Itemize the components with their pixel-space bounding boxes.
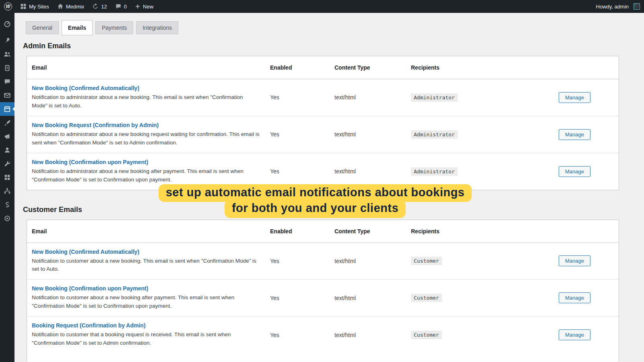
new-content-menu[interactable]: New (131, 0, 157, 13)
enabled-value: Yes (265, 88, 330, 106)
envelope-icon (4, 92, 11, 99)
table-row: New Booking (Confirmation upon Payment) … (27, 280, 619, 317)
col-enabled: Enabled (265, 220, 330, 243)
comments-bubble-icon (115, 3, 122, 10)
avatar (634, 3, 640, 10)
tab-general[interactable]: General (26, 21, 59, 34)
pin-icon (4, 37, 11, 44)
enabled-value: Yes (265, 326, 330, 344)
recipients-badge: Customer (411, 294, 442, 302)
sidebar-item-users-group[interactable] (0, 47, 14, 61)
calendar-icon (4, 105, 11, 113)
sidebar-item-marketing[interactable] (0, 130, 14, 143)
admin-emails-table: Email Enabled Content Type Recipients Ne… (27, 56, 619, 190)
settings-tabs: General Emails Payments Integrations (26, 20, 644, 35)
sidebar-item-appearance[interactable] (0, 116, 14, 130)
admin-emails-heading: Admin Emails (23, 42, 644, 50)
col-email: Email (27, 56, 265, 79)
comments-count: 0 (124, 4, 127, 10)
table-header: Email Enabled Content Type Recipients (27, 56, 619, 79)
sidebar-item-mail[interactable] (0, 88, 14, 102)
manage-button[interactable]: Manage (559, 255, 590, 266)
content-type-value: text/html (330, 125, 406, 143)
admin-bar: W My Sites Medmix 12 0 New Howdy, admin (0, 0, 644, 13)
enabled-value: Yes (265, 125, 330, 143)
col-enabled: Enabled (265, 56, 330, 79)
email-description: Notification to administrator about a ne… (32, 93, 260, 110)
customer-emails-table: Email Enabled Content Type Recipients Ne… (27, 220, 619, 362)
col-recipients: Recipients (406, 220, 554, 243)
manage-button[interactable]: Manage (559, 92, 590, 103)
megaphone-icon (4, 133, 11, 140)
email-description: Notification to administrator about a ne… (32, 167, 260, 184)
email-title-link[interactable]: New Booking (Confirmation upon Payment) (32, 285, 148, 292)
users-icon (4, 51, 11, 58)
page-icon (4, 64, 11, 72)
email-title-link[interactable]: New Booking (Confirmed Automatically) (32, 85, 139, 91)
col-recipients: Recipients (406, 56, 554, 79)
email-title-link[interactable]: New Booking Request (Confirmation by Adm… (32, 122, 159, 128)
sidebar-item-status[interactable] (0, 212, 14, 225)
content-type-value: text/html (330, 88, 406, 106)
table-row: Booking Request (Confirmation by Admin) … (27, 317, 619, 353)
email-description: Notification to customer about a new boo… (32, 257, 260, 274)
recipients-badge: Administrator (411, 167, 458, 176)
email-description: Notification to administrator about a ne… (32, 130, 260, 147)
email-description: Notification to customer that a booking … (32, 331, 260, 348)
plus-icon (135, 4, 140, 9)
new-label: New (143, 4, 153, 10)
howdy-label: Howdy, admin (596, 4, 629, 10)
network-icon (4, 187, 11, 195)
grid-icon (4, 174, 11, 181)
content-type-value: text/html (330, 326, 406, 344)
comment-icon (4, 78, 11, 85)
comments-menu[interactable]: 0 (111, 0, 131, 13)
recipients-badge: Administrator (411, 93, 458, 102)
email-title-link[interactable]: New Booking (Confirmed Automatically) (32, 249, 139, 255)
dashboard-icon (3, 20, 11, 28)
admin-sidebar (0, 13, 14, 362)
col-content-type: Content Type (330, 220, 406, 243)
wordpress-logo-icon: W (4, 2, 12, 10)
tab-emails[interactable]: Emails (62, 20, 93, 35)
home-icon (57, 3, 64, 10)
sidebar-item-comments[interactable] (0, 75, 14, 88)
main-content: General Emails Payments Integrations Adm… (14, 13, 644, 362)
recipients-badge: Customer (411, 331, 442, 339)
enabled-value: Yes (265, 289, 330, 307)
sidebar-item-network[interactable] (0, 184, 14, 198)
site-menu[interactable]: Medmix (53, 0, 89, 13)
table-header: Email Enabled Content Type Recipients (27, 220, 619, 243)
recipients-badge: Administrator (411, 130, 458, 139)
updates-menu[interactable]: 12 (88, 0, 111, 13)
paintbrush-icon (4, 119, 11, 126)
col-content-type: Content Type (330, 56, 406, 79)
wordpress-menu[interactable]: W (0, 0, 16, 13)
updates-count: 12 (101, 4, 107, 10)
sidebar-item-tools[interactable] (0, 157, 14, 171)
tab-payments[interactable]: Payments (95, 21, 133, 34)
sidebar-item-calendar-active[interactable] (0, 102, 14, 116)
manage-button[interactable]: Manage (559, 292, 590, 303)
content-type-value: text/html (330, 162, 406, 180)
my-sites-grid-icon (20, 3, 27, 10)
manage-button[interactable]: Manage (559, 166, 590, 177)
col-email: Email (27, 220, 265, 243)
manage-button[interactable]: Manage (559, 329, 590, 340)
email-title-link[interactable]: New Booking (Confirmation upon Payment) (32, 159, 148, 165)
account-menu[interactable]: Howdy, admin (592, 0, 644, 13)
hook-icon (4, 201, 11, 208)
sidebar-item-pages[interactable] (0, 61, 14, 75)
sidebar-item-posts[interactable] (0, 34, 14, 47)
sidebar-item-profile[interactable] (0, 143, 14, 157)
sidebar-item-dashboard[interactable] (0, 17, 14, 31)
enabled-value: Yes (265, 162, 330, 180)
email-title-link[interactable]: Booking Request (Confirmation by Admin) (32, 322, 146, 329)
tab-integrations[interactable]: Integrations (136, 21, 178, 34)
customer-emails-heading: Customer Emails (23, 206, 644, 214)
sidebar-item-modules[interactable] (0, 171, 14, 184)
sidebar-item-integrations[interactable] (0, 198, 14, 212)
my-sites-menu[interactable]: My Sites (16, 0, 53, 13)
wrench-icon (4, 160, 11, 167)
manage-button[interactable]: Manage (559, 129, 590, 140)
